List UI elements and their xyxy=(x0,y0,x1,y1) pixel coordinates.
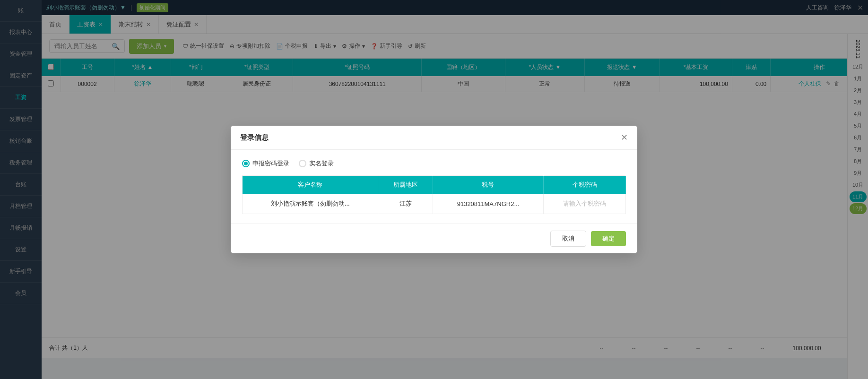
radio-group: 申报密码登录 实名登录 xyxy=(242,159,626,168)
dialog-cell-region: 江苏 xyxy=(378,194,433,214)
login-dialog: 登录信息 ✕ 申报密码登录 实名登录 xyxy=(231,126,637,253)
dialog-col-password: 个税密码 xyxy=(544,176,626,194)
radio-password-login[interactable]: 申报密码登录 xyxy=(242,159,289,168)
dialog-cell-taxno: 91320811MA7NGR2... xyxy=(433,194,543,214)
dialog-cell-name: 刘小艳演示账套（勿删勿动... xyxy=(243,194,378,214)
cancel-button[interactable]: 取消 xyxy=(550,231,586,247)
dialog-col-name: 客户名称 xyxy=(243,176,378,194)
radio-realname-circle xyxy=(299,160,306,167)
password-placeholder[interactable]: 请输入个税密码 xyxy=(563,200,606,207)
radio-realname-login[interactable]: 实名登录 xyxy=(299,159,334,168)
dialog-col-region: 所属地区 xyxy=(378,176,433,194)
dialog-overlay: 登录信息 ✕ 申报密码登录 实名登录 xyxy=(0,0,868,379)
login-info-table: 客户名称 所属地区 税号 个税密码 刘小艳演示账套（勿删勿动... 江苏 913… xyxy=(242,175,626,214)
radio-password-circle xyxy=(242,160,250,167)
dialog-table-row: 刘小艳演示账套（勿删勿动... 江苏 91320811MA7NGR2... 请输… xyxy=(243,194,626,214)
dialog-body: 申报密码登录 实名登录 客户名称 所属地区 税号 个税密码 xyxy=(231,150,637,224)
dialog-close-button[interactable]: ✕ xyxy=(621,132,628,143)
dialog-footer: 取消 确定 xyxy=(231,224,637,253)
dialog-cell-password: 请输入个税密码 xyxy=(544,194,626,214)
dialog-title: 登录信息 xyxy=(240,133,269,142)
dialog-col-taxno: 税号 xyxy=(433,176,543,194)
dialog-header: 登录信息 ✕ xyxy=(231,126,637,150)
confirm-button[interactable]: 确定 xyxy=(591,231,626,246)
radio-password-dot xyxy=(244,162,248,165)
